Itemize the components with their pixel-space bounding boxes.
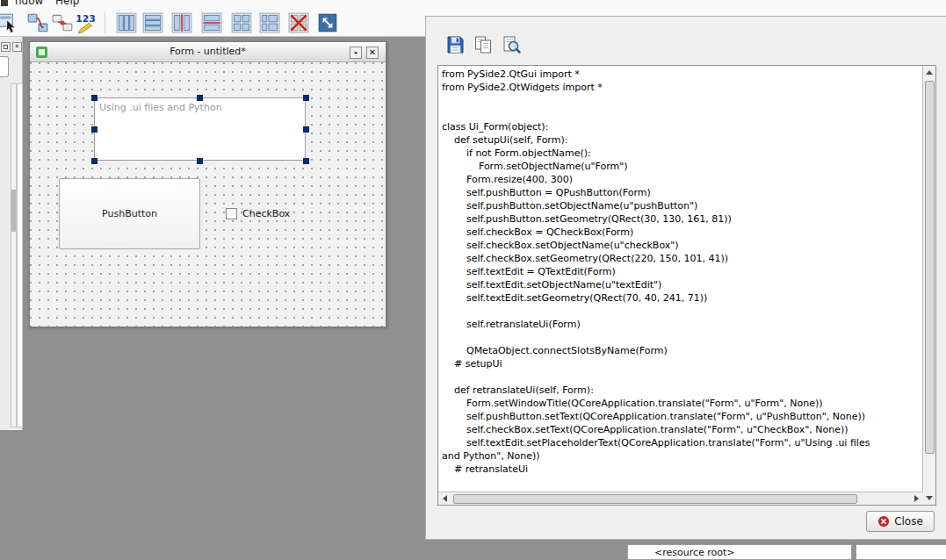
edit-signals-slots-icon [26, 11, 49, 34]
close-button[interactable]: Close [866, 511, 935, 532]
edit-buddies-icon [51, 11, 74, 34]
menu-window[interactable]: ndow [15, 0, 43, 7]
layout-form-button[interactable] [258, 11, 281, 34]
code-area: from PySide2.QtGui import * from PySide2… [437, 65, 936, 506]
checkbox-label: CheckBox [242, 208, 290, 219]
layout-vertically-icon [141, 11, 164, 34]
layout-horizontally-splitter-icon [170, 11, 193, 34]
checkbox-widget[interactable]: CheckBox [226, 196, 314, 232]
horizontal-scrollbar-thumb[interactable] [453, 494, 857, 504]
copy-icon [473, 34, 494, 55]
edit-widgets-button[interactable] [0, 11, 19, 34]
close-icon [877, 515, 890, 528]
selection-handle-bottom-left[interactable] [91, 158, 97, 164]
layout-form-icon [258, 11, 281, 34]
scroll-left-arrow[interactable] [438, 492, 451, 505]
menu-help[interactable]: Help [55, 0, 79, 7]
scroll-down-arrow[interactable] [923, 492, 935, 505]
adjust-size-button[interactable] [316, 11, 339, 34]
edit-signals-slots-button[interactable] [26, 11, 49, 34]
layout-horizontally-button[interactable] [115, 11, 138, 34]
find-button[interactable] [501, 34, 522, 55]
selection-handle-mid-right[interactable] [303, 126, 309, 133]
scroll-up-arrow[interactable] [923, 66, 935, 79]
form-window-title: Form - untitled* [30, 46, 386, 57]
code-text[interactable]: from PySide2.QtGui import * from PySide2… [438, 66, 923, 492]
close-button-label: Close [894, 515, 923, 528]
edit-widgets-icon [0, 11, 19, 34]
toolbar-separator [105, 11, 105, 34]
code-viewer-dialog: from PySide2.QtGui import * from PySide2… [425, 16, 946, 540]
layout-horizontally-splitter-button[interactable] [170, 11, 193, 34]
widget-list-fragment [17, 83, 23, 427]
dock-scrollbar[interactable] [11, 83, 17, 427]
edit-buddies-button[interactable] [51, 11, 74, 34]
selection-handle-bottom-center[interactable] [197, 158, 203, 164]
selection-handle-top-left[interactable] [91, 95, 97, 101]
right-triangle-icon [914, 495, 919, 502]
scroll-right-arrow[interactable] [910, 492, 923, 505]
layout-grid-icon [230, 11, 253, 34]
selection-handle-top-right[interactable] [303, 95, 309, 101]
edit-tab-order-icon: 123 [74, 11, 97, 34]
save-button[interactable] [444, 34, 466, 55]
svg-text:123: 123 [76, 13, 96, 25]
save-icon [444, 34, 466, 55]
adjust-size-icon [316, 11, 339, 34]
dock-scrollbar-thumb[interactable] [11, 190, 16, 232]
widget-filter-input-fragment[interactable] [0, 56, 9, 77]
layout-vertically-splitter-icon [200, 11, 223, 34]
dock-close-button[interactable]: ✕ [12, 42, 22, 52]
layout-vertically-button[interactable] [141, 11, 164, 34]
qt-designer-screen: ndow Help [0, 0, 946, 560]
form-minimize-button[interactable]: - [350, 47, 362, 59]
resource-panel-fragment [856, 544, 946, 560]
find-icon [501, 34, 522, 55]
form-window-titlebar[interactable]: Form - untitled* - ✕ [30, 42, 386, 62]
textedit-widget[interactable]: Using .ui files and Python [94, 97, 306, 161]
copy-button[interactable] [473, 34, 494, 55]
horizontal-scrollbar[interactable] [438, 492, 923, 505]
selection-handle-mid-left[interactable] [91, 126, 97, 133]
edit-tab-order-button[interactable]: 123 [74, 11, 97, 34]
checkbox-indicator[interactable] [226, 208, 237, 219]
vertical-scrollbar[interactable] [922, 66, 935, 505]
menu-fragment-icon [1, 0, 8, 6]
down-triangle-icon [926, 496, 933, 500]
layout-horizontally-icon [115, 11, 138, 34]
menubar-clipped: ndow Help [0, 0, 422, 7]
vertical-scrollbar-thumb[interactable] [925, 81, 935, 454]
break-layout-button[interactable] [287, 11, 310, 34]
pushbutton-widget[interactable]: PushButton [59, 178, 200, 249]
selection-handle-top-center[interactable] [197, 95, 203, 101]
layout-vertically-splitter-button[interactable] [200, 11, 223, 34]
dock-float-button[interactable] [1, 42, 11, 52]
resource-root-item[interactable]: <resource root> [654, 547, 735, 558]
left-triangle-icon [443, 495, 447, 502]
pushbutton-label: PushButton [102, 208, 157, 219]
break-layout-icon [287, 11, 310, 34]
up-triangle-icon [926, 70, 933, 75]
form-close-button[interactable]: ✕ [366, 47, 379, 59]
form-canvas[interactable]: Using .ui files and Python PushButton Ch… [30, 62, 386, 327]
form-designer-window: Form - untitled* - ✕ Using .ui files and… [29, 41, 386, 327]
widget-box-dock-fragment: ✕ [0, 37, 23, 430]
textedit-placeholder: Using .ui files and Python [99, 102, 222, 113]
selection-handle-bottom-right[interactable] [303, 158, 309, 164]
layout-grid-button[interactable] [230, 11, 253, 34]
resource-tree-fragment: <resource root> [627, 544, 852, 560]
float-icon [4, 45, 8, 49]
